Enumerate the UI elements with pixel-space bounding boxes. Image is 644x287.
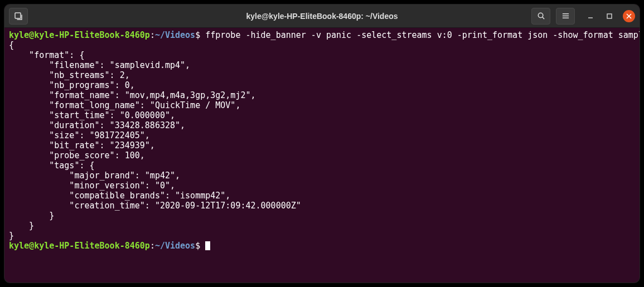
minimize-icon	[587, 13, 594, 20]
maximize-button[interactable]	[604, 11, 615, 22]
prompt-dollar: $	[195, 30, 200, 40]
terminal-body[interactable]: kyle@kyle-HP-EliteBook-8460p:~/Videos$ f…	[4, 28, 640, 283]
maximize-icon	[606, 13, 613, 20]
titlebar-right	[531, 8, 635, 25]
new-tab-button[interactable]	[9, 8, 28, 25]
minimize-button[interactable]	[585, 11, 596, 22]
cursor	[205, 241, 210, 250]
search-icon	[537, 12, 545, 20]
command-text: ffprobe -hide_banner -v panic -select_st…	[205, 30, 640, 40]
svg-rect-7	[607, 14, 612, 18]
close-button[interactable]	[623, 10, 635, 22]
new-tab-icon	[14, 12, 23, 21]
close-icon	[626, 13, 632, 19]
prompt-path: ~/Videos	[155, 30, 195, 40]
prompt-colon: :	[150, 30, 155, 40]
hamburger-icon	[561, 12, 570, 20]
svg-rect-0	[15, 13, 21, 18]
search-button[interactable]	[531, 8, 550, 25]
titlebar: kyle@kyle-HP-EliteBook-8460p: ~/Videos	[4, 4, 640, 28]
prompt-path-2: ~/Videos	[155, 241, 195, 251]
command-output: { "format": { "filename": "samplevid.mp4…	[9, 40, 301, 241]
terminal-window: kyle@kyle-HP-EliteBook-8460p: ~/Videos	[4, 4, 640, 283]
prompt-colon-2: :	[150, 241, 155, 251]
window-controls	[585, 10, 635, 22]
titlebar-left	[9, 8, 28, 25]
svg-line-2	[542, 17, 544, 19]
menu-button[interactable]	[556, 8, 575, 25]
prompt-user-host-2: kyle@kyle-HP-EliteBook-8460p	[9, 241, 150, 251]
window-title: kyle@kyle-HP-EliteBook-8460p: ~/Videos	[246, 12, 398, 21]
prompt-dollar-2: $	[195, 241, 200, 251]
prompt-user-host: kyle@kyle-HP-EliteBook-8460p	[9, 30, 150, 40]
svg-point-1	[538, 13, 543, 17]
